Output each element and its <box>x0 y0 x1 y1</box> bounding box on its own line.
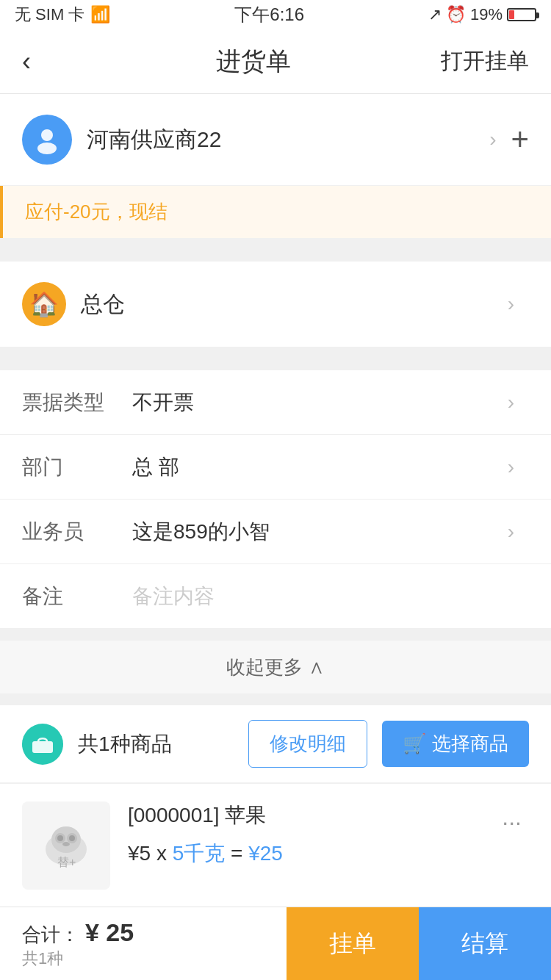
warning-banner: 应付-20元，现结 <box>0 186 551 238</box>
multiply-sign: x <box>156 842 173 865</box>
page-title: 进货单 <box>216 45 291 79</box>
main-content: 河南供应商22 › + 应付-20元，现结 🏠 总仓 › 票据类型 不开票 › … <box>0 94 551 980</box>
total-price: ¥25 <box>248 842 283 865</box>
back-button[interactable]: ‹ <box>22 46 66 77</box>
unit-price: ¥5 <box>128 842 151 865</box>
total-section: 合计： ¥ 25 共1种 <box>0 907 287 980</box>
carrier-label: 无 SIM 卡 <box>15 4 84 26</box>
ticket-type-value: 不开票 <box>110 389 508 417</box>
total-label: 合计： <box>22 922 79 948</box>
alarm-icon: ⏰ <box>446 5 466 24</box>
svg-point-8 <box>69 835 75 841</box>
supplier-avatar <box>22 115 72 165</box>
warehouse-icon: 🏠 <box>22 282 66 326</box>
form-section: 票据类型 不开票 › 部门 总 部 › 业务员 这是859的小智 › 备注 备注… <box>0 370 551 629</box>
battery-icon <box>507 8 536 21</box>
status-left: 无 SIM 卡 📶 <box>15 4 110 26</box>
checkout-button[interactable]: 结算 <box>419 907 551 980</box>
supplier-name: 河南供应商22 <box>87 125 489 155</box>
ticket-type-chevron-icon: › <box>508 391 514 414</box>
hang-button[interactable]: 挂单 <box>287 907 419 980</box>
select-product-button[interactable]: 🛒 选择商品 <box>382 721 529 767</box>
nav-bar: ‹ 进货单 打开挂单 <box>0 29 551 94</box>
divider-1 <box>0 250 551 262</box>
collapse-row[interactable]: 收起更多 ∧ <box>0 641 551 693</box>
remark-row[interactable]: 备注 备注内容 <box>0 564 551 629</box>
svg-point-0 <box>41 129 53 141</box>
product-title: 苹果 <box>225 804 266 826</box>
svg-point-1 <box>37 143 57 154</box>
warehouse-row[interactable]: 🏠 总仓 › <box>0 262 551 347</box>
svg-text:替+: 替+ <box>57 856 76 868</box>
department-row[interactable]: 部门 总 部 › <box>0 435 551 500</box>
bottom-bar: 合计： ¥ 25 共1种 挂单 结算 <box>0 907 551 980</box>
product-header: 共1种商品 修改明细 🛒 选择商品 <box>0 705 551 782</box>
ticket-type-label: 票据类型 <box>22 389 110 417</box>
wifi-icon: 📶 <box>90 5 110 24</box>
collapse-label: 收起更多 ∧ <box>226 655 324 680</box>
divider-3 <box>0 693 551 705</box>
product-count-icon <box>22 724 63 765</box>
select-product-icon: 🛒 <box>403 732 426 755</box>
department-chevron-icon: › <box>508 455 514 479</box>
status-time: 下午6:16 <box>234 3 304 26</box>
product-more-button[interactable]: ··· <box>494 801 529 843</box>
supplier-chevron-icon: › <box>489 128 496 151</box>
ticket-type-row[interactable]: 票据类型 不开票 › <box>0 370 551 435</box>
salesman-value: 这是859的小智 <box>110 518 508 546</box>
supplier-section: 河南供应商22 › + 应付-20元，现结 <box>0 94 551 238</box>
product-item: 替+ [0000001] 苹果 ¥5 x 5千克 = ¥25 ··· <box>0 784 551 907</box>
bag-icon <box>31 734 54 754</box>
remark-label: 备注 <box>22 583 110 610</box>
supplier-row[interactable]: 河南供应商22 › + <box>0 94 551 186</box>
status-right: ↗ ⏰ 19% <box>428 5 536 24</box>
svg-rect-2 <box>32 741 53 753</box>
status-bar: 无 SIM 卡 📶 下午6:16 ↗ ⏰ 19% <box>0 0 551 29</box>
svg-point-7 <box>57 835 63 841</box>
total-count: 共1种 <box>22 948 264 970</box>
svg-point-9 <box>62 842 70 846</box>
product-count-text: 共1种商品 <box>78 730 234 758</box>
location-icon: ↗ <box>428 5 442 24</box>
salesman-label: 业务员 <box>22 518 110 546</box>
product-info: [0000001] 苹果 ¥5 x 5千克 = ¥25 <box>128 801 477 868</box>
divider-2 <box>0 359 551 370</box>
department-label: 部门 <box>22 453 110 481</box>
quantity-value: 5千克 <box>173 842 226 865</box>
equals-sign: = <box>231 842 248 865</box>
avatar-icon <box>32 125 62 154</box>
remark-value[interactable]: 备注内容 <box>110 583 529 610</box>
warehouse-chevron-icon: › <box>508 292 514 316</box>
product-image: 替+ <box>37 816 96 875</box>
product-thumbnail: 替+ <box>22 801 110 890</box>
product-code: [0000001] <box>128 804 225 826</box>
salesman-row[interactable]: 业务员 这是859的小智 › <box>0 500 551 564</box>
total-amount: ¥ 25 <box>85 918 134 947</box>
department-value: 总 部 <box>110 453 508 481</box>
add-supplier-button[interactable]: + <box>511 122 529 157</box>
product-name: [0000001] 苹果 <box>128 801 477 829</box>
edit-detail-button[interactable]: 修改明细 <box>248 720 367 768</box>
warehouse-name: 总仓 <box>81 289 508 320</box>
open-hang-button[interactable]: 打开挂单 <box>441 46 529 76</box>
warehouse-section: 🏠 总仓 › <box>0 262 551 347</box>
salesman-chevron-icon: › <box>508 520 514 544</box>
select-product-label: 选择商品 <box>432 731 508 757</box>
battery-label: 19% <box>470 5 503 24</box>
product-price: ¥5 x 5千克 = ¥25 <box>128 840 477 868</box>
